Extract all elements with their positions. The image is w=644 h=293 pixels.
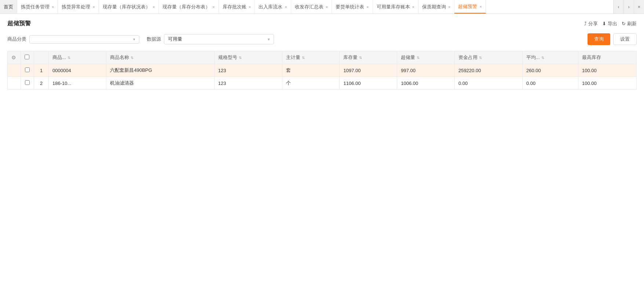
row-capital-cell: 0.00: [454, 77, 522, 90]
nav-next-arrow[interactable]: ›: [623, 0, 634, 14]
nav-tab-close-10[interactable]: ×: [479, 4, 482, 9]
nav-tab-close-0[interactable]: ×: [52, 5, 54, 9]
page-title: 超储预警: [7, 20, 31, 27]
nav-tab-8[interactable]: 可用量库存账本×: [373, 0, 418, 14]
row-checkbox-cell[interactable]: [21, 64, 34, 77]
share-button[interactable]: ⤴ 分享: [584, 21, 598, 27]
nav-tab-5[interactable]: 出入库流水×: [255, 0, 291, 14]
nav-tab-0[interactable]: 拣货任务管理×: [17, 0, 58, 14]
table-row: 10000004六配套新昌490BPG123套1097.00997.002592…: [8, 64, 637, 77]
nav-tab-label-8: 可用量库存账本: [377, 4, 410, 10]
nav-tab-close-2[interactable]: ×: [153, 5, 155, 9]
filter-actions: 查询 设置: [588, 33, 637, 45]
row-product-code-cell: 186-10...: [49, 77, 106, 90]
category-chevron-icon: ▾: [133, 37, 135, 42]
export-label: 导出: [608, 21, 617, 27]
nav-tab-label-10: 超储预警: [458, 3, 477, 10]
checkbox-column-header: [21, 51, 34, 64]
row-avg-cell: 260.00: [522, 64, 578, 77]
nav-tab-close-8[interactable]: ×: [412, 5, 414, 9]
capital-column-header[interactable]: 资金占用⇅: [454, 51, 522, 64]
category-select[interactable]: ▾: [29, 35, 139, 44]
nav-tab-close-4[interactable]: ×: [249, 5, 251, 9]
datasource-value: 可用量: [168, 36, 182, 42]
nav-tab-7[interactable]: 要货单统计表×: [332, 0, 373, 14]
unit-column-header[interactable]: 主计量⇅: [282, 51, 340, 64]
avg-column-header[interactable]: 平均...⇅: [522, 51, 578, 64]
nav-tab-label-2: 现存量（库存状况表）: [103, 4, 150, 10]
row-gear-cell: [8, 64, 21, 77]
stock-column-header[interactable]: 库存量⇅: [340, 51, 397, 64]
max-stock-column-header[interactable]: 最高库存: [578, 51, 637, 64]
row-over-stock-cell: 997.00: [397, 64, 455, 77]
select-all-checkbox[interactable]: [25, 55, 29, 59]
nav-prev-arrow[interactable]: ‹: [613, 0, 623, 14]
row-spec-cell: 123: [214, 77, 282, 90]
nav-tab-close-6[interactable]: ×: [326, 5, 328, 9]
export-button[interactable]: ⬇ 导出: [602, 21, 617, 27]
nav-tab-label-9: 保质期查询: [422, 4, 446, 10]
nav-tab-close-3[interactable]: ×: [212, 5, 215, 9]
gear-column-header[interactable]: ⚙: [8, 51, 21, 64]
row-max-stock-cell: 100.00: [578, 77, 637, 90]
row-product-name-cell: 机油滤清器: [106, 77, 214, 90]
table-header-row: ⚙ 商品...⇅ 商品名称⇅ 规格型号⇅ 主计量⇅ 库存量⇅ 超储量⇅ 资金占用…: [8, 51, 637, 64]
nav-tab-6[interactable]: 收发存汇总表×: [291, 0, 332, 14]
row-index-cell: 1: [34, 64, 49, 77]
nav-tab-close-7[interactable]: ×: [366, 5, 369, 9]
nav-home[interactable]: 首页: [0, 0, 17, 14]
over-stock-column-header[interactable]: 超储量⇅: [397, 51, 455, 64]
header-actions: ⤴ 分享 ⬇ 导出 ↻ 刷新: [584, 21, 637, 27]
nav-tab-label-4: 库存批次账: [223, 4, 246, 10]
nav-bar: 首页 拣货任务管理×拣货异常处理×现存量（库存状况表）×现存量（库存分布表）×库…: [0, 0, 644, 14]
row-index-cell: 2: [34, 77, 49, 90]
row-gear-cell: [8, 77, 21, 90]
nav-tab-label-5: 出入库流水: [259, 4, 282, 10]
share-label: 分享: [588, 21, 598, 27]
row-stock-cell: 1106.00: [340, 77, 397, 90]
refresh-button[interactable]: ↻ 刷新: [622, 21, 637, 27]
row-spec-cell: 123: [214, 64, 282, 77]
page-content: 超储预警 ⤴ 分享 ⬇ 导出 ↻ 刷新 商品分类 ▾ 数据源: [0, 14, 644, 293]
nav-tab-2[interactable]: 现存量（库存状况表）×: [99, 0, 159, 14]
datasource-select[interactable]: 可用量 ▾: [164, 34, 274, 44]
refresh-label: 刷新: [627, 21, 637, 27]
row-over-stock-cell: 1006.00: [397, 77, 455, 90]
row-unit-cell: 个: [282, 77, 340, 90]
nav-tab-9[interactable]: 保质期查询×: [418, 0, 454, 14]
nav-tab-close-1[interactable]: ×: [92, 5, 95, 9]
gear-icon: ⚙: [11, 55, 16, 60]
nav-tab-10[interactable]: 超储预警×: [454, 0, 486, 14]
query-button[interactable]: 查询: [588, 33, 610, 45]
datasource-label: 数据源: [147, 36, 161, 42]
data-table: ⚙ 商品...⇅ 商品名称⇅ 规格型号⇅ 主计量⇅ 库存量⇅ 超储量⇅ 资金占用…: [7, 51, 637, 90]
nav-tab-label-7: 要货单统计表: [336, 4, 364, 10]
spec-column-header[interactable]: 规格型号⇅: [214, 51, 282, 64]
row-checkbox-cell[interactable]: [21, 77, 34, 90]
nav-tab-4[interactable]: 库存批次账×: [219, 0, 255, 14]
nav-tab-1[interactable]: 拣货异常处理×: [58, 0, 99, 14]
datasource-filter-group: 数据源 可用量 ▾: [147, 34, 274, 44]
row-product-name-cell: 六配套新昌490BPG: [106, 64, 214, 77]
row-product-code-cell: 0000004: [49, 64, 106, 77]
settings-button[interactable]: 设置: [613, 33, 637, 45]
nav-tab-3[interactable]: 现存量（库存分布表）×: [159, 0, 219, 14]
datasource-chevron-icon: ▾: [268, 37, 270, 42]
page-header: 超储预警 ⤴ 分享 ⬇ 导出 ↻ 刷新: [7, 20, 637, 27]
filter-bar: 商品分类 ▾ 数据源 可用量 ▾ 查询 设置: [7, 33, 637, 45]
product-code-column-header[interactable]: 商品...⇅: [49, 51, 106, 64]
row-max-stock-cell: 100.00: [578, 64, 637, 77]
category-label: 商品分类: [7, 36, 26, 42]
row-stock-cell: 1097.00: [340, 64, 397, 77]
nav-close-arrow[interactable]: ×: [634, 0, 644, 14]
home-label: 首页: [4, 4, 13, 10]
nav-tab-label-0: 拣货任务管理: [21, 4, 50, 10]
table-row: 2186-10...机油滤清器123个1106.001006.000.000.0…: [8, 77, 637, 90]
share-icon: ⤴: [584, 21, 587, 26]
export-icon: ⬇: [602, 21, 606, 26]
product-name-column-header[interactable]: 商品名称⇅: [106, 51, 214, 64]
nav-tab-close-9[interactable]: ×: [448, 5, 450, 9]
nav-tab-label-3: 现存量（库存分布表）: [162, 4, 210, 10]
refresh-icon: ↻: [622, 21, 626, 26]
nav-tab-close-5[interactable]: ×: [285, 5, 287, 9]
